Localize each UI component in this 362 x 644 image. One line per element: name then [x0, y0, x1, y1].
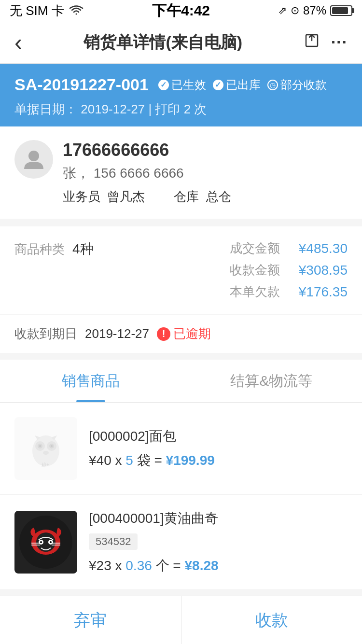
received-amount-label: 收款金额 — [230, 262, 280, 279]
alarm-icon: ⊙ — [291, 4, 299, 17]
stats-row: 商品种类 4种 成交金额 ¥485.30 收款金额 ¥308.95 本单欠款 ¥… — [14, 240, 348, 300]
product-thumb-2 — [14, 511, 77, 574]
customer-info: 17666666666 张， 156 6666 6666 业务员 曾凡杰 仓库 … — [63, 140, 348, 205]
warehouse-value: 总仓 — [206, 189, 231, 204]
more-icon[interactable]: ··· — [331, 33, 348, 52]
collect-payment-button[interactable]: 收款 — [181, 596, 362, 644]
divider-1 — [0, 219, 362, 226]
product-name-2: [000400001]黄油曲奇 — [89, 509, 348, 528]
product-type-stat: 商品种类 4种 — [14, 240, 94, 258]
nav-actions: ··· — [304, 33, 348, 52]
tabs-row: 销售商品 结算&物流等 — [0, 360, 362, 402]
debt-amount-value: ¥176.35 — [290, 284, 348, 300]
stats-section: 商品种类 4种 成交金额 ¥485.30 收款金额 ¥308.95 本单欠款 ¥… — [0, 226, 362, 314]
cancel-review-label: 弃审 — [74, 609, 107, 631]
customer-avatar — [14, 140, 53, 179]
due-date: 2019-12-27 — [85, 326, 149, 341]
svg-point-16 — [40, 541, 42, 543]
battery-text: 87% — [303, 4, 326, 17]
check-icon-1: ✓ — [158, 80, 169, 90]
salesperson-value: 曾凡杰 — [107, 189, 145, 204]
page-title: 销货单详情(来自电脑) — [84, 31, 242, 54]
carrier-text: 无 SIM 卡 — [10, 2, 64, 19]
product-qty-1: 5 — [125, 453, 133, 468]
customer-id: 17666666666 — [63, 140, 348, 160]
order-status-tags: ✓ 已生效 ✓ 已出库 ◷ 部分收款 — [158, 77, 327, 93]
status-time: 下午4:42 — [152, 1, 210, 21]
battery-icon — [330, 5, 352, 16]
customer-section: 17666666666 张， 156 6666 6666 业务员 曾凡杰 仓库 … — [0, 126, 362, 219]
clock-icon: ◷ — [267, 80, 278, 90]
print-count: 2 — [184, 102, 191, 116]
tab-sales-products-label: 销售商品 — [62, 371, 120, 391]
received-amount-value: ¥308.95 — [290, 263, 348, 278]
amount-stats: 成交金额 ¥485.30 收款金额 ¥308.95 本单欠款 ¥176.35 — [230, 240, 348, 300]
tab-underline — [76, 400, 105, 402]
back-button[interactable]: ‹ — [14, 29, 22, 56]
overdue-text: 已逾期 — [173, 325, 211, 342]
product-image-2 — [17, 513, 75, 571]
svg-point-7 — [39, 445, 41, 447]
due-label: 收款到期日 — [14, 325, 77, 342]
check-icon-2: ✓ — [213, 80, 223, 90]
product-batch-2: 534532 — [89, 533, 138, 550]
product-item-2: [000400001]黄油曲奇 534532 ¥23 x 0.36 个 = ¥8… — [0, 495, 362, 590]
svg-point-1 — [28, 151, 39, 161]
overdue-icon: ! — [157, 327, 170, 341]
svg-point-8 — [51, 445, 53, 447]
order-header-banner: SA-20191227-001 ✓ 已生效 ✓ 已出库 ◷ 部分收款 单据日期：… — [0, 64, 362, 126]
share-icon[interactable] — [304, 33, 320, 52]
due-section: 收款到期日 2019-12-27 ! 已逾期 — [0, 315, 362, 353]
location-icon: ⇗ — [278, 4, 287, 17]
status-tag-effective: ✓ 已生效 — [158, 77, 206, 93]
tab-settlement[interactable]: 结算&物流等 — [181, 360, 362, 402]
svg-point-17 — [50, 541, 52, 543]
product-info-2: [000400001]黄油曲奇 534532 ¥23 x 0.36 个 = ¥8… — [89, 509, 348, 575]
product-image-1: 鲸+ — [24, 427, 68, 470]
tab-sales-products[interactable]: 销售商品 — [0, 360, 181, 402]
collect-payment-label: 收款 — [255, 609, 288, 631]
salesperson-field: 业务员 曾凡杰 — [63, 188, 145, 205]
debt-amount-label: 本单欠款 — [230, 283, 280, 300]
customer-meta: 业务员 曾凡杰 仓库 总仓 — [63, 188, 348, 205]
product-price-2: ¥23 x 0.36 个 = ¥8.28 — [89, 557, 348, 575]
overdue-badge: ! 已逾期 — [157, 325, 211, 342]
product-total-1: ¥199.99 — [166, 453, 215, 468]
customer-name-phone: 张， 156 6666 6666 — [63, 164, 348, 182]
product-name-1: [0000002]面包 — [89, 427, 348, 446]
wifi-icon — [69, 5, 84, 16]
product-type-label: 商品种类 — [14, 241, 65, 258]
avatar-icon — [22, 147, 46, 171]
product-thumb-1: 鲸+ — [14, 417, 77, 480]
product-item: 鲸+ [0000002]面包 ¥40 x 5 袋 = ¥199.99 — [0, 403, 362, 495]
warehouse-field: 仓库 总仓 — [174, 188, 231, 205]
cancel-review-button[interactable]: 弃审 — [0, 596, 181, 644]
product-qty-2: 0.36 — [125, 558, 152, 573]
order-header-row2: 单据日期： 2019-12-27 | 打印 2 次 — [14, 101, 348, 118]
nav-bar: ‹ 销货单详情(来自电脑) ··· — [0, 21, 362, 64]
date-label: 单据日期： — [14, 102, 77, 116]
print-suffix: 次 — [194, 102, 207, 116]
product-type-value: 4种 — [72, 240, 94, 258]
status-left: 无 SIM 卡 — [10, 2, 84, 19]
status-right: ⇗ ⊙ 87% — [278, 4, 352, 17]
product-info-1: [0000002]面包 ¥40 x 5 袋 = ¥199.99 — [89, 427, 348, 470]
deal-amount-row: 成交金额 ¥485.30 — [230, 240, 348, 257]
tab-settlement-label: 结算&物流等 — [230, 371, 312, 391]
status-tag-shipped: ✓ 已出库 — [213, 77, 261, 93]
deal-amount-label: 成交金额 — [230, 240, 280, 257]
svg-point-9 — [43, 451, 49, 455]
order-id: SA-20191227-001 — [14, 75, 149, 94]
order-date: 2019-12-27 — [81, 102, 145, 116]
order-header-row1: SA-20191227-001 ✓ 已生效 ✓ 已出库 ◷ 部分收款 — [14, 75, 348, 94]
bottom-bar: 弃审 收款 — [0, 596, 362, 644]
print-separator: | 打印 — [148, 102, 183, 116]
svg-text:鲸+: 鲸+ — [42, 462, 49, 467]
status-bar: 无 SIM 卡 下午4:42 ⇗ ⊙ 87% — [0, 0, 362, 21]
debt-amount-row: 本单欠款 ¥176.35 — [230, 283, 348, 300]
products-list: 鲸+ [0000002]面包 ¥40 x 5 袋 = ¥199.99 — [0, 403, 362, 590]
status-tag-partial: ◷ 部分收款 — [267, 77, 327, 93]
received-amount-row: 收款金额 ¥308.95 — [230, 262, 348, 279]
deal-amount-value: ¥485.30 — [290, 241, 348, 256]
product-total-2: ¥8.28 — [184, 558, 218, 573]
